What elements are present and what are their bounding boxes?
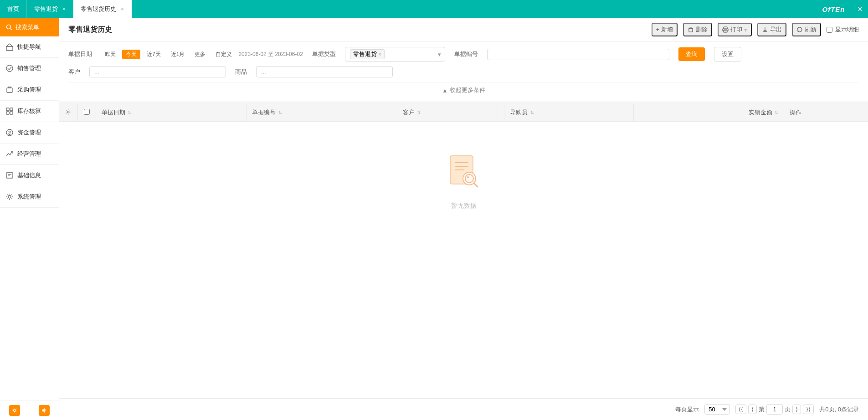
date-options: 昨天 今天 近7天 近1月 更多 自定义 2023-06-02 至 2023-0… <box>101 50 303 59</box>
svg-point-0 <box>7 25 11 29</box>
goods-input[interactable]: ... <box>256 66 393 77</box>
print-button[interactable]: 打印 ▾ <box>718 23 752 36</box>
brand-logo: OfTEn <box>822 5 845 13</box>
th-guide[interactable]: 导购员 ⇅ <box>504 104 633 122</box>
sidebar-item-quick-nav-label: 快捷导航 <box>17 43 41 51</box>
date-btn-custom[interactable]: 自定义 <box>212 50 236 59</box>
svg-point-13 <box>8 195 11 198</box>
per-page-select[interactable]: 50 10 20 100 <box>704 404 730 415</box>
sidebar-item-base-info[interactable]: 基础信息 <box>0 165 59 186</box>
date-btn-today[interactable]: 今天 <box>122 50 140 59</box>
sidebar-item-finance-label: 资金管理 <box>17 128 41 137</box>
th-number[interactable]: 单据编号 ⇅ <box>247 104 397 122</box>
date-btn-more[interactable]: 更多 <box>191 50 209 59</box>
collapse-button[interactable]: ▲ 收起更多条件 <box>442 86 485 94</box>
system-icon <box>5 193 14 201</box>
number-sort-icon: ⇅ <box>278 110 282 115</box>
sales-icon <box>5 64 14 72</box>
th-date[interactable]: 单据日期 ⇅ <box>96 104 247 122</box>
new-button[interactable]: + 新增 <box>652 23 678 36</box>
sidebar-item-inventory-label: 库存核算 <box>17 107 41 115</box>
next-page-button[interactable]: ⟩ <box>792 405 801 414</box>
voucher-input[interactable] <box>487 49 669 60</box>
svg-rect-7 <box>6 112 9 114</box>
type-filter-label: 单据类型 <box>312 50 336 58</box>
table-settings-icon <box>65 109 72 115</box>
page-number-input[interactable] <box>766 404 783 415</box>
empty-illustration <box>441 149 487 195</box>
sidebar: 搜索菜单 快捷导航 销售管理 <box>0 18 59 420</box>
date-btn-yesterday[interactable]: 昨天 <box>101 50 119 59</box>
query-button[interactable]: 查询 <box>678 47 705 61</box>
page-title: 零售退货历史 <box>68 25 112 35</box>
window-close-button[interactable]: × <box>852 5 868 14</box>
prev-page-button[interactable]: ⟨ <box>748 405 757 414</box>
svg-rect-5 <box>6 108 9 111</box>
sidebar-item-finance[interactable]: 资金管理 <box>0 122 59 143</box>
svg-point-28 <box>467 176 469 178</box>
refresh-button[interactable]: 刷新 <box>792 23 821 36</box>
tab-bar: 首页 零售退货 × 零售退货历史 × <box>0 0 822 18</box>
filter-divider <box>68 82 859 82</box>
date-btn-7days[interactable]: 近7天 <box>143 50 164 59</box>
export-button[interactable]: 导出 <box>757 23 786 36</box>
tab-retail-return-history[interactable]: 零售退货历史 × <box>73 0 132 18</box>
th-action: 操作 <box>784 104 868 122</box>
gear-icon <box>11 407 18 414</box>
delete-button[interactable]: 删除 <box>683 23 712 36</box>
last-page-button[interactable]: ⟩⟩ <box>803 405 814 414</box>
date-btn-1month[interactable]: 近1月 <box>167 50 189 59</box>
goods-filter-label: 商品 <box>235 68 247 76</box>
th-amount[interactable]: 实销金额 ⇅ <box>633 104 784 122</box>
tab-home[interactable]: 首页 <box>0 0 27 18</box>
select-all-checkbox[interactable] <box>84 109 90 115</box>
purchase-icon <box>5 86 14 94</box>
display-detail-checkbox[interactable] <box>827 27 832 33</box>
tab-retail-return-history-close[interactable]: × <box>121 6 124 12</box>
svg-point-20 <box>67 111 69 113</box>
type-dropdown[interactable]: 零售退货 × ▾ <box>345 47 445 61</box>
filter-row-1: 单据日期 昨天 今天 近7天 近1月 更多 自定义 2023-06-02 至 2… <box>68 47 859 61</box>
svg-rect-10 <box>6 173 13 178</box>
th-settings[interactable] <box>59 104 77 122</box>
tab-retail-return-close[interactable]: × <box>62 6 66 12</box>
per-page-label: 每页显示 <box>675 405 699 414</box>
th-customer[interactable]: 客户 ⇅ <box>397 104 504 122</box>
display-detail-check[interactable]: 显示明细 <box>827 26 859 34</box>
svg-rect-16 <box>689 28 693 32</box>
amount-sort-icon: ⇅ <box>775 110 778 115</box>
first-page-button[interactable]: ⟨⟨ <box>735 405 746 414</box>
tab-retail-return-history-label: 零售退货历史 <box>81 5 116 13</box>
sidebar-item-operations[interactable]: 经营管理 <box>0 143 59 165</box>
main-layout: 搜索菜单 快捷导航 销售管理 <box>0 18 868 420</box>
customer-input[interactable]: ... <box>89 66 226 77</box>
svg-rect-8 <box>10 112 13 114</box>
top-bar: 首页 零售退货 × 零售退货历史 × OfTEn × <box>0 0 868 18</box>
delete-icon <box>688 26 694 33</box>
svg-line-27 <box>474 183 478 187</box>
settings-button[interactable] <box>9 405 20 416</box>
toolbar: + 新增 删除 打印 ▾ <box>652 23 859 36</box>
sidebar-item-quick-nav[interactable]: 快捷导航 <box>0 36 59 58</box>
th-checkbox[interactable] <box>77 104 96 122</box>
sidebar-search-label: 搜索菜单 <box>15 23 39 31</box>
sidebar-item-sales-label: 销售管理 <box>17 64 41 72</box>
sidebar-item-purchase[interactable]: 采购管理 <box>0 79 59 101</box>
volume-button[interactable] <box>39 405 50 416</box>
sidebar-search[interactable]: 搜索菜单 <box>0 18 59 36</box>
sidebar-item-inventory[interactable]: 库存核算 <box>0 101 59 122</box>
type-tag-close[interactable]: × <box>379 52 381 57</box>
data-table: 单据日期 ⇅ 单据编号 ⇅ 客户 ⇅ <box>59 104 868 122</box>
sidebar-item-system[interactable]: 系统管理 <box>0 186 59 208</box>
customer-filter-label: 客户 <box>68 68 80 76</box>
sidebar-item-system-label: 系统管理 <box>17 193 41 201</box>
tab-retail-return[interactable]: 零售退货 × <box>27 0 73 18</box>
tab-retail-return-label: 零售退货 <box>34 5 58 13</box>
empty-state: 暂无数据 <box>59 122 868 237</box>
print-chevron-icon: ▾ <box>744 26 747 33</box>
finance-icon <box>5 128 14 137</box>
customer-placeholder: ... <box>94 68 99 75</box>
sidebar-item-sales[interactable]: 销售管理 <box>0 58 59 79</box>
settings-query-button[interactable]: 设置 <box>714 47 741 61</box>
sidebar-item-operations-label: 经营管理 <box>17 150 41 158</box>
